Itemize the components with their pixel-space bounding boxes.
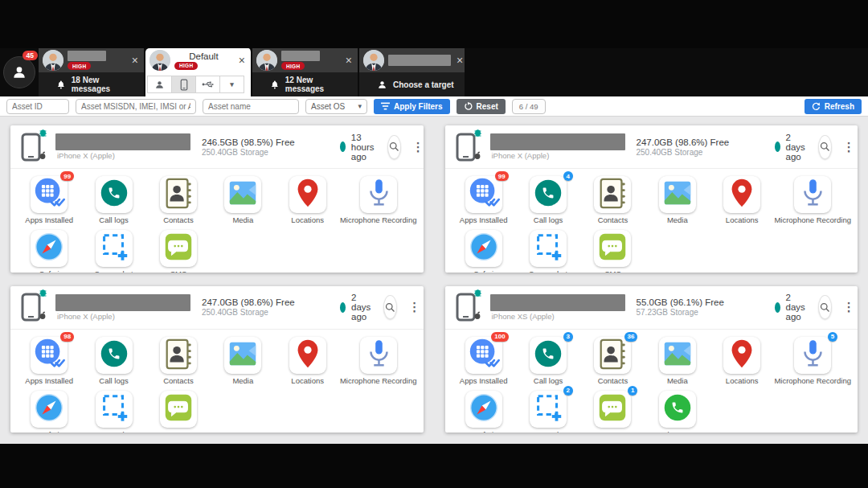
search-device-button[interactable] <box>387 135 401 159</box>
app-tile-apps[interactable]: 99 Apps Installed <box>17 176 81 224</box>
microphone-icon <box>796 337 829 371</box>
app-tile-contacts[interactable]: 36 Contacts <box>580 337 645 385</box>
app-tile-sms[interactable]: SMS <box>580 230 645 273</box>
tab-statusbar[interactable]: Choose a target <box>359 72 465 96</box>
app-tile-surface <box>96 391 133 428</box>
tab-statusbar[interactable]: 12 New messages <box>252 72 358 96</box>
app-tile-media[interactable]: Media <box>211 176 275 224</box>
app-icon-host <box>226 176 260 213</box>
app-tile-safari[interactable]: Safari <box>17 391 81 433</box>
app-label: Media <box>232 376 253 385</box>
target-tab-3[interactable]: HIGH × 12 New messages <box>252 48 359 96</box>
tab-header: Default HIGH × <box>145 48 251 72</box>
app-tile-screenshot[interactable]: 2 Screenshot <box>516 391 580 433</box>
app-tile-apps[interactable]: 100 Apps Installed <box>452 337 516 385</box>
app-tile-mic[interactable]: Microphone Recording <box>774 176 851 224</box>
target-tab-4[interactable]: × Choose a target <box>359 48 466 96</box>
close-icon[interactable]: × <box>130 55 140 66</box>
tab-statusbar[interactable]: 18 New messages <box>39 72 144 96</box>
device-view-button[interactable] <box>171 76 196 93</box>
redacted-target-name <box>281 51 320 61</box>
app-tile-contacts[interactable]: Contacts <box>580 176 645 224</box>
more-menu-icon[interactable]: ⋮ <box>840 140 858 154</box>
app-tile-mic[interactable]: 5 Microphone Recording <box>774 337 851 385</box>
sms-icon <box>596 391 629 424</box>
microphone-icon <box>796 176 829 210</box>
targets-list-button[interactable]: 45 <box>0 48 39 96</box>
app-label: Locations <box>291 215 324 224</box>
app-tile-safari[interactable]: Safari <box>452 230 516 273</box>
asset-id-input[interactable] <box>6 99 69 114</box>
app-tile-mic[interactable]: Microphone Recording <box>340 337 417 385</box>
online-status-dot <box>775 141 780 152</box>
app-tile-call[interactable]: Call logs <box>81 337 145 385</box>
app-tile-safari[interactable]: Safari <box>17 230 81 273</box>
search-device-button[interactable] <box>818 135 832 159</box>
total-storage: 57.23GB Storage <box>637 308 757 317</box>
app-tile-media[interactable]: Media <box>211 337 275 385</box>
app-tile-apps[interactable]: 99 Apps Installed <box>452 176 516 224</box>
person-icon <box>3 56 35 88</box>
app-tile-surface: 5 <box>794 337 831 374</box>
app-tile-screenshot[interactable]: Screenshot <box>516 230 580 273</box>
device-phone-icon <box>455 289 482 326</box>
refresh-icon <box>812 102 821 111</box>
app-tile-location[interactable]: Locations <box>276 176 340 224</box>
app-tile-surface: 98 <box>31 337 68 374</box>
smartphone-icon <box>179 79 189 91</box>
search-device-button[interactable] <box>818 295 832 319</box>
app-tile-media[interactable]: Media <box>645 337 710 385</box>
asset-os-value: Asset OS <box>311 102 345 111</box>
app-icon-host <box>661 391 694 428</box>
app-tile-apps[interactable]: 98 Apps Installed <box>17 337 81 385</box>
search-device-button[interactable] <box>383 295 397 319</box>
app-tile-call[interactable]: Call logs <box>81 176 145 224</box>
more-actions-button[interactable]: ▾ <box>219 76 244 93</box>
app-tile-location[interactable]: Locations <box>276 337 340 385</box>
app-tile-sms[interactable]: SMS <box>146 391 211 433</box>
close-icon[interactable]: × <box>344 55 354 66</box>
screenshot-icon <box>531 230 565 264</box>
app-tile-contacts[interactable]: Contacts <box>146 176 211 224</box>
reset-button[interactable]: Reset <box>457 99 506 114</box>
close-icon[interactable]: × <box>455 55 465 66</box>
usb-connect-button[interactable] <box>195 76 220 93</box>
apply-filters-button[interactable]: Apply Filters <box>374 99 450 114</box>
online-status-dot <box>340 302 346 313</box>
more-menu-icon[interactable]: ⋮ <box>840 300 858 314</box>
asset-name-input[interactable] <box>203 99 299 114</box>
app-tile-call[interactable]: 3 Call logs <box>516 337 580 385</box>
app-tile-sms[interactable]: SMS <box>146 230 211 273</box>
safari-icon <box>467 391 501 424</box>
app-tile-whatsapp[interactable]: Whatsapp <box>645 391 710 433</box>
app-tile-location[interactable]: Locations <box>710 337 774 385</box>
more-menu-icon[interactable]: ⋮ <box>405 300 423 314</box>
asset-os-select[interactable]: Asset OS ▾ <box>305 99 367 114</box>
target-tab-1[interactable]: HIGH × 18 New messages <box>39 48 145 96</box>
asset-msisdn-input[interactable] <box>76 99 196 114</box>
target-tab-2-active[interactable]: Default HIGH × ▾ <box>145 48 252 96</box>
app-tile-surface <box>659 391 696 428</box>
app-tile-sms[interactable]: 1 SMS <box>580 391 645 433</box>
app-tile-media[interactable]: Media <box>645 176 710 224</box>
apps-installed-icon <box>32 176 66 210</box>
app-tile-screenshot[interactable]: Screenshot <box>81 391 145 433</box>
app-tile-screenshot[interactable]: Screenshot <box>81 230 145 273</box>
app-icon-host <box>467 230 501 267</box>
app-tile-call[interactable]: 4 Call logs <box>516 176 580 224</box>
close-icon[interactable]: × <box>237 55 247 66</box>
app-tile-safari[interactable]: Safari <box>452 391 516 433</box>
microphone-icon <box>362 337 395 371</box>
app-tile-mic[interactable]: Microphone Recording <box>340 176 417 224</box>
app-tile-surface <box>360 337 397 374</box>
target-info-button[interactable] <box>147 76 172 93</box>
app-icon-host <box>162 176 195 213</box>
app-tile-location[interactable]: Locations <box>710 176 774 224</box>
app-tile-contacts[interactable]: Contacts <box>146 337 211 385</box>
app-icon-host <box>97 230 131 267</box>
more-menu-icon[interactable]: ⋮ <box>409 140 424 154</box>
app-label: Safari <box>473 269 493 273</box>
spyware-bug-icon <box>39 290 47 297</box>
refresh-button[interactable]: Refresh <box>805 99 862 114</box>
app-badge: 4 <box>563 171 573 181</box>
